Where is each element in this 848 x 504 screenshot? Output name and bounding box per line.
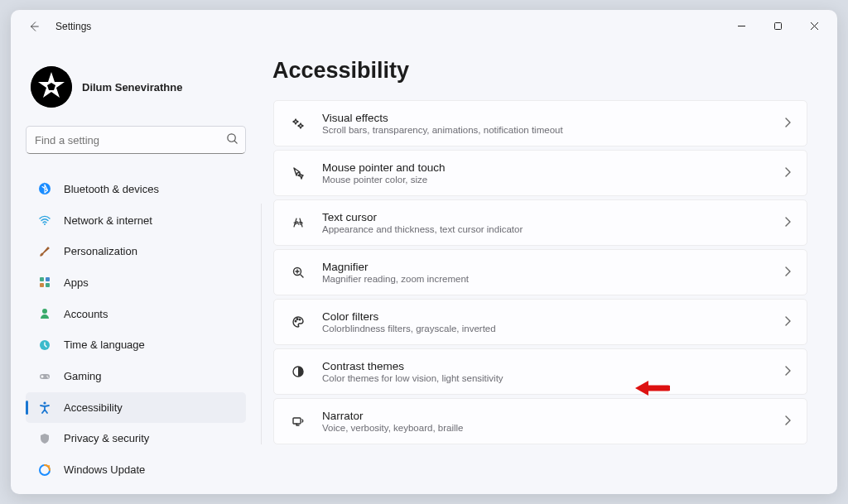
svg-rect-7 [40, 277, 44, 281]
svg-point-14 [46, 375, 48, 377]
card-text: Contrast themes Color themes for low vis… [322, 360, 768, 383]
sidebar-item-label: Privacy & security [64, 432, 149, 444]
sidebar-item-gaming[interactable]: Gaming [26, 361, 246, 391]
svg-point-20 [295, 320, 296, 322]
content-area: Accessibility Visual effects Scroll bars… [256, 43, 837, 494]
card-subtitle: Color themes for low vision, light sensi… [322, 373, 768, 383]
sidebar-item-windows-update[interactable]: Windows Update [26, 454, 246, 485]
sparkle-icon [289, 117, 307, 130]
profile[interactable]: Dilum Senevirathne [31, 66, 246, 108]
chevron-right-icon [783, 215, 792, 230]
svg-point-4 [228, 134, 235, 142]
card-subtitle: Colorblindness filters, grayscale, inver… [322, 324, 768, 334]
search-wrap [26, 126, 246, 154]
back-button[interactable] [22, 15, 46, 38]
svg-point-6 [44, 223, 46, 225]
sidebar-item-privacy-security[interactable]: Privacy & security [26, 424, 246, 454]
chevron-right-icon [783, 414, 792, 429]
sidebar-item-time-language[interactable]: Time & language [26, 330, 246, 361]
sidebar-item-network-internet[interactable]: Network & internet [26, 205, 246, 236]
magnify-icon [289, 266, 307, 279]
minimize-button[interactable] [723, 13, 759, 38]
svg-rect-10 [46, 283, 50, 287]
svg-rect-0 [774, 22, 781, 29]
card-text: Visual effects Scroll bars, transparency… [322, 112, 768, 135]
card-subtitle: Appearance and thickness, text cursor in… [322, 224, 768, 234]
sidebar-item-label: Personalization [64, 245, 137, 257]
wifi-icon [37, 213, 52, 228]
card-text-cursor[interactable]: Ab Text cursor Appearance and thickness,… [273, 199, 807, 246]
shield-icon [37, 431, 52, 446]
textcursor-icon: Ab [289, 216, 307, 229]
card-title: Visual effects [322, 112, 768, 124]
card-text: Narrator Voice, verbosity, keyboard, bra… [322, 410, 768, 433]
svg-point-21 [296, 319, 298, 320]
avatar [31, 66, 72, 108]
svg-text:Ab: Ab [295, 219, 303, 227]
sidebar-item-label: Bluetooth & devices [64, 183, 159, 195]
sidebar-item-accounts[interactable]: Accounts [26, 299, 246, 329]
card-title: Color filters [322, 310, 768, 323]
sidebar-item-label: Accessibility [64, 401, 123, 414]
svg-rect-9 [40, 283, 44, 287]
svg-point-11 [42, 309, 47, 314]
sidebar-item-label: Time & language [64, 338, 145, 351]
update-icon [37, 463, 52, 478]
card-text: Magnifier Magnifier reading, zoom increm… [322, 261, 768, 284]
svg-point-16 [43, 402, 46, 405]
svg-rect-24 [293, 418, 301, 424]
card-subtitle: Magnifier reading, zoom increment [322, 274, 768, 284]
svg-point-22 [299, 319, 301, 320]
sidebar-item-personalization[interactable]: Personalization [26, 236, 246, 266]
card-text: Color filters Colorblindness filters, gr… [322, 310, 768, 334]
card-title: Narrator [322, 410, 768, 422]
chevron-right-icon [783, 166, 792, 180]
card-mouse-pointer-and-touch[interactable]: Mouse pointer and touch Mouse pointer co… [273, 150, 807, 196]
chevron-right-icon [783, 265, 792, 280]
sidebar-item-label: Accounts [64, 308, 108, 320]
card-visual-effects[interactable]: Visual effects Scroll bars, transparency… [273, 100, 807, 146]
gamepad-icon [37, 369, 52, 384]
page-title: Accessibility [272, 58, 807, 84]
search-input[interactable] [26, 126, 246, 154]
card-subtitle: Mouse pointer color, size [322, 175, 768, 185]
sidebar-item-bluetooth-devices[interactable]: Bluetooth & devices [26, 174, 246, 204]
svg-point-15 [47, 377, 49, 378]
sidebar: Dilum Senevirathne Bluetooth & devicesNe… [11, 43, 256, 494]
person-icon [37, 306, 52, 321]
window-title: Settings [55, 21, 91, 32]
clock-icon [37, 338, 52, 353]
settings-window: Settings Dilum Senevirathne [11, 10, 837, 494]
card-contrast-themes[interactable]: Contrast themes Color themes for low vis… [273, 348, 807, 395]
settings-cards: Visual effects Scroll bars, transparency… [261, 100, 807, 444]
card-title: Contrast themes [322, 360, 768, 372]
maximize-button[interactable] [759, 13, 796, 38]
card-magnifier[interactable]: Magnifier Magnifier reading, zoom increm… [273, 249, 807, 295]
card-title: Mouse pointer and touch [322, 161, 768, 174]
palette-icon [289, 315, 307, 329]
chevron-right-icon [783, 314, 792, 329]
card-narrator[interactable]: Narrator Voice, verbosity, keyboard, bra… [273, 398, 807, 444]
card-subtitle: Scroll bars, transparency, animations, n… [322, 125, 768, 135]
apps-icon [37, 275, 52, 290]
card-title: Text cursor [322, 211, 768, 223]
bluetooth-icon [37, 181, 52, 196]
card-color-filters[interactable]: Color filters Colorblindness filters, gr… [273, 299, 807, 345]
cursor-icon [289, 166, 307, 180]
chevron-right-icon [783, 364, 792, 379]
accessibility-icon [37, 400, 52, 415]
close-button[interactable] [796, 13, 832, 38]
titlebar: Settings [11, 10, 837, 43]
sidebar-item-apps[interactable]: Apps [26, 267, 246, 298]
card-title: Magnifier [322, 261, 768, 273]
sidebar-item-label: Apps [64, 276, 89, 289]
contrast-icon [289, 365, 307, 378]
nav-list: Bluetooth & devicesNetwork & internetPer… [26, 174, 246, 486]
narrator-icon [289, 415, 307, 428]
sidebar-item-accessibility[interactable]: Accessibility [26, 392, 246, 423]
card-subtitle: Voice, verbosity, keyboard, braille [322, 423, 768, 433]
card-text: Text cursor Appearance and thickness, te… [322, 211, 768, 234]
sidebar-item-label: Network & internet [64, 214, 152, 227]
chevron-right-icon [783, 116, 792, 131]
card-text: Mouse pointer and touch Mouse pointer co… [322, 161, 768, 185]
